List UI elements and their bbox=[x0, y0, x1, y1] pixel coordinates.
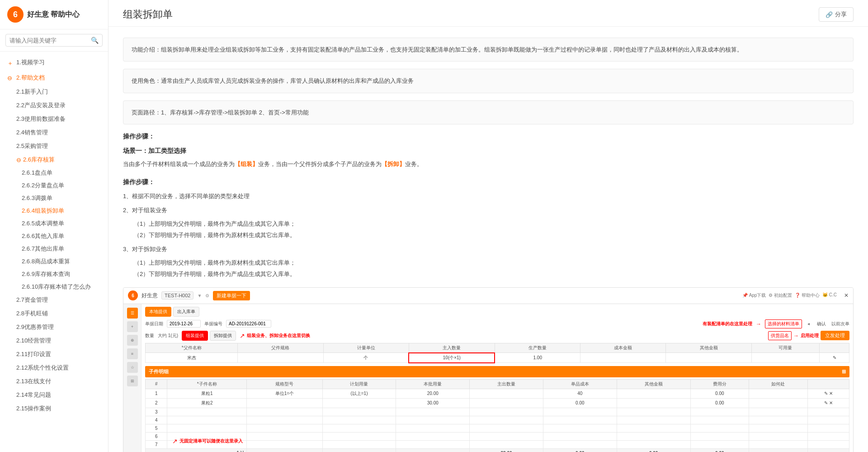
ltd-cost-2: 0.00 bbox=[543, 398, 617, 408]
fake-app-logo: 6 bbox=[128, 290, 138, 300]
fake-confirm-label: 确认 bbox=[817, 321, 826, 327]
fake-action-box[interactable]: 选择的材料清单 bbox=[765, 319, 802, 328]
sidebar-item-inventory-2610[interactable]: 2.6.10库存账本错了怎么办 bbox=[0, 281, 108, 293]
fake-tab-assemble[interactable]: 组装提供 bbox=[182, 331, 208, 341]
ltd-act-1[interactable]: ✎ ✕ bbox=[807, 389, 849, 398]
ltd-main-2 bbox=[470, 398, 543, 408]
sidebar-item-faq[interactable]: 2.14常见问题 bbox=[0, 388, 108, 402]
sidebar-item-video[interactable]: ＋ 1.视频学习 bbox=[0, 55, 108, 70]
sidebar-item-install[interactable]: 2.2产品安装及登录 bbox=[0, 99, 108, 112]
sidebar-item-purchase[interactable]: 2.5采购管理 bbox=[0, 139, 108, 153]
sidebar-item-inventory-263[interactable]: 2.6.3调拨单 bbox=[0, 192, 108, 205]
scenario1-title: 场景一：加工类型选择 bbox=[123, 147, 854, 155]
fake-form-row-1: 单据日期 单据编号 有装配清单的在这里处理 → 选择的材料清单 ◂ 确认 以前次… bbox=[145, 319, 849, 328]
search-icon[interactable]: 🔍 bbox=[91, 37, 99, 44]
ltd-fee-1: 0.00 bbox=[690, 389, 749, 398]
th-cost: 成本金额 bbox=[580, 343, 666, 353]
main-content: 功能介绍：组装拆卸单用来处理企业组装或拆卸等加工业务，支持有固定装配清单的产品加… bbox=[108, 27, 868, 452]
sidebar-item-cases[interactable]: 2.15操作案例 bbox=[0, 402, 108, 415]
share-button[interactable]: 🔗 分享 bbox=[819, 7, 854, 22]
table-row: 1 果粒1 单位1=个 (以上=1) 20.00 40 0.00 bbox=[146, 389, 849, 398]
fake-enable-box[interactable]: 供货品名 bbox=[768, 331, 792, 340]
td-parent-spec bbox=[238, 353, 323, 363]
sidebar-item-operations[interactable]: 2.10经营管理 bbox=[0, 334, 108, 347]
fake-app-icons: 📌 App下载 ⚙ 初始配置 ❓ 帮助中心 🐱 C.C bbox=[742, 292, 837, 299]
sidebar-item-personalize[interactable]: 2.12系统个性化设置 bbox=[0, 361, 108, 375]
fake-close-icon[interactable]: ✕ bbox=[844, 292, 849, 299]
sidebar-item-helpdoc[interactable]: ⊖ 2.帮助文档 bbox=[0, 71, 108, 85]
screenshot-container: 6 好生意 TEST-H002 ▼ ⚙ 新建单据一下 📌 App下载 ⚙ 初始配… bbox=[123, 287, 854, 452]
table-row: 6 bbox=[146, 432, 849, 440]
sidebar-item-coupon[interactable]: 2.9优惠券管理 bbox=[0, 320, 108, 334]
fake-type-row: 数量 大约 1(元) 组装提供 拆卸提供 ↗ 组装业务、拆卸业务在这里切换 bbox=[145, 331, 849, 341]
sidebar-item-inventory-268[interactable]: 2.6.8商品成本重算 bbox=[0, 255, 108, 268]
fake-sidebar-icon-1[interactable]: ☰ bbox=[127, 308, 138, 319]
sidebar-item-inventory-269[interactable]: 2.6.9库存账本查询 bbox=[0, 268, 108, 281]
sidebar-item-sales[interactable]: 2.4销售管理 bbox=[0, 126, 108, 139]
tfoot-label: 合计 bbox=[146, 448, 247, 452]
th-qty-prod: 生产数量 bbox=[495, 343, 580, 353]
logo-icon: 6 bbox=[7, 6, 24, 23]
sidebar-item-mobile[interactable]: 2.8手机旺铺 bbox=[0, 307, 108, 320]
fake-tab-2[interactable]: 出入库单 bbox=[173, 307, 199, 317]
table-row: 2 果粒2 30.00 0.00 0.00 bbox=[146, 398, 849, 408]
ltd-fee-2: 0.00 bbox=[690, 398, 749, 408]
sidebar-item-beginner[interactable]: 2.1新手入门 bbox=[0, 85, 108, 99]
fake-content-area: ☰ + ⊕ ≡ ☆ ⊞ 本地提供 出入库单 bbox=[123, 304, 853, 452]
search-input[interactable] bbox=[9, 37, 91, 44]
search-box[interactable]: 🔍 bbox=[5, 34, 103, 47]
sidebar-item-inventory-264[interactable]: 2.6.4组装拆卸单 bbox=[0, 205, 108, 217]
fake-sidebar-icon-4[interactable]: ≡ bbox=[127, 348, 138, 359]
fake-code-input[interactable] bbox=[226, 320, 271, 328]
ltd-main-1 bbox=[470, 389, 543, 398]
fake-sidebar-icon-6[interactable]: ⊞ bbox=[127, 376, 138, 386]
ltd-handle-2 bbox=[749, 398, 808, 408]
sidebar-item-inventory-265[interactable]: 2.6.5成本调整单 bbox=[0, 217, 108, 230]
fake-app-bar: 6 好生意 TEST-H002 ▼ ⚙ 新建单据一下 📌 App下载 ⚙ 初始配… bbox=[123, 288, 853, 304]
fake-sidebar-icon-3[interactable]: ⊕ bbox=[127, 335, 138, 346]
sidebar-item-finance[interactable]: 2.7资金管理 bbox=[0, 293, 108, 307]
lth-spec: 规格型号 bbox=[247, 379, 322, 389]
td-action[interactable]: ✎ bbox=[820, 353, 849, 363]
sidebar-item-print[interactable]: 2.11打印设置 bbox=[0, 347, 108, 361]
fake-launch-btn[interactable]: 立发处理 bbox=[821, 331, 849, 340]
fake-sidebar-icon-2[interactable]: + bbox=[127, 321, 138, 332]
td-cost bbox=[580, 353, 666, 363]
ltd-cost-1: 40 bbox=[543, 389, 617, 398]
fake-sidebar-icon-5[interactable]: ☆ bbox=[127, 362, 138, 373]
sidebar-item-inventory[interactable]: ⊖ 2.6库存核算 bbox=[0, 153, 108, 167]
fake-dropdown-icon: ▼ bbox=[197, 293, 202, 298]
fake-tab-disassemble[interactable]: 拆卸提供 bbox=[210, 331, 236, 341]
sidebar-item-inventory-261[interactable]: 2.6.1盘点单 bbox=[0, 167, 108, 179]
step3-1-text: （1）上部明细为父件明细，最终作为原材料生成其它出库单； bbox=[123, 257, 854, 269]
annotation-4-group: ↗ 无固定清单可以随便在这里录入 bbox=[172, 438, 243, 445]
ltd-plan-1: (以上=1) bbox=[322, 389, 396, 398]
annotation-1: 有装配清单的在这里处理 bbox=[703, 321, 752, 327]
fake-screenshot: 6 好生意 TEST-H002 ▼ ⚙ 新建单据一下 📌 App下载 ⚙ 初始配… bbox=[123, 288, 853, 452]
th-parent-name: *父件名称 bbox=[146, 343, 238, 353]
fake-new-btn[interactable]: 新建单据一下 bbox=[213, 291, 250, 300]
fake-qty-val: 大约 1(元) bbox=[158, 333, 178, 339]
sidebar-item-dataprep[interactable]: 2.3使用前数据准备 bbox=[0, 112, 108, 126]
sidebar-item-inventory-262[interactable]: 2.6.2分量盘点单 bbox=[0, 179, 108, 192]
fake-settings-icon: ⚙ bbox=[205, 293, 209, 298]
table-row: 7 bbox=[146, 440, 849, 448]
step2-2-text: （2）下部明细为子件明细，最终作为原材料生成其它出库单。 bbox=[123, 230, 854, 241]
sidebar-item-inventory-266[interactable]: 2.6.6其他入库单 bbox=[0, 230, 108, 243]
fake-tabs: 本地提供 出入库单 bbox=[145, 307, 849, 317]
table-row: 5 bbox=[146, 424, 849, 432]
logo-area: 6 好生意 帮助中心 bbox=[0, 0, 108, 29]
ops-steps-subtitle: 操作步骤： bbox=[123, 178, 854, 186]
step3-2-text: （2）下部明细为子件明细，最终作为产成品生成其它入库单。 bbox=[123, 269, 854, 280]
fake-date-input[interactable] bbox=[167, 320, 201, 328]
fake-tab-1[interactable]: 本地提供 bbox=[145, 307, 171, 317]
annotation-arrow-3: → bbox=[793, 333, 799, 339]
sidebar-item-inventory-267[interactable]: 2.6.7其他出库单 bbox=[0, 243, 108, 255]
lth-child-name: *子件名称 bbox=[167, 379, 247, 389]
table-footer-row: 合计 88.00 0.00 0.00 0.00 bbox=[146, 448, 849, 452]
annotation-arrow-2: ↗ bbox=[240, 332, 245, 339]
sidebar-item-payment[interactable]: 2.13在线支付 bbox=[0, 375, 108, 388]
ltd-act-2[interactable]: ✎ ✕ bbox=[807, 398, 849, 408]
nav-tree: ＋ 1.视频学习 ⊖ 2.帮助文档 2.1新手入门 2.2产品安装及登录 2.3… bbox=[0, 52, 108, 452]
annotation-arrow-4: ↗ bbox=[172, 438, 178, 445]
